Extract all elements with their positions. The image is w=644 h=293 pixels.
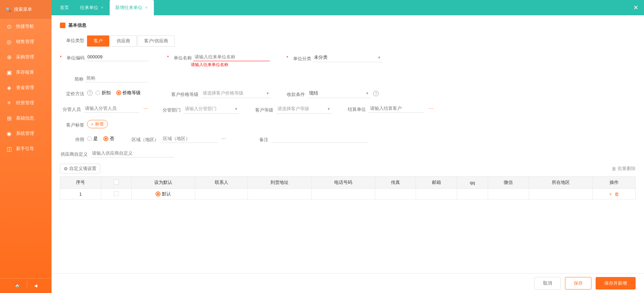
tab-home[interactable]: 首页 bbox=[54, 0, 74, 15]
unit-type-both-button[interactable]: 客户/供应商 bbox=[138, 35, 175, 47]
pricing-level-radio[interactable] bbox=[116, 90, 121, 95]
home-icon[interactable]: 🏠 bbox=[10, 281, 24, 290]
disable-group: 停用 是 否 bbox=[60, 135, 114, 143]
settlement-input[interactable] bbox=[369, 104, 424, 113]
manager-input[interactable] bbox=[84, 104, 139, 113]
page-content: 基本信息 单位类型 客户供应商客户/供应商 * 单位编码 * 单位名称 bbox=[52, 15, 644, 273]
batch-delete-button[interactable]: 🗑 批量删除 bbox=[612, 165, 636, 172]
sidebar-bottom: 🏠 ◀ bbox=[0, 278, 52, 293]
sidebar-item-label-finance: 资金管理 bbox=[16, 84, 34, 91]
manager-label: 分管人员 bbox=[60, 104, 81, 113]
window-close-button[interactable]: ✕ bbox=[630, 4, 641, 11]
row-region[interactable] bbox=[529, 189, 592, 200]
table-header-5: 电话号码 bbox=[311, 177, 375, 189]
customer-level-select[interactable]: 请选择客户等级 ▼ bbox=[276, 104, 332, 114]
sidebar-item-label-inventory: 库存核算 bbox=[16, 69, 34, 75]
customer-level-placeholder: 请选择客户等级 bbox=[277, 106, 325, 112]
price-level-select[interactable]: 请选择客户价格等级 ▼ bbox=[201, 89, 271, 98]
pricing-discount-radio[interactable] bbox=[95, 90, 100, 95]
tab-new-partner[interactable]: 新增往来单位× bbox=[110, 0, 154, 15]
disable-yes-option[interactable]: 是 bbox=[87, 136, 98, 142]
collapse-icon[interactable]: ◀ bbox=[30, 281, 41, 290]
row-email[interactable] bbox=[416, 189, 457, 200]
settlement-ellipsis-btn[interactable]: ··· bbox=[427, 105, 434, 112]
price-level-placeholder: 请选择客户价格等级 bbox=[203, 90, 265, 96]
table-header-11: 操作 bbox=[592, 177, 635, 189]
unit-type-customer-button[interactable]: 客户 bbox=[87, 35, 109, 47]
pricing-level-option[interactable]: 价格等级 bbox=[116, 90, 141, 96]
name-input[interactable] bbox=[193, 53, 270, 61]
sidebar-item-system[interactable]: ◉系统管理 bbox=[0, 126, 52, 141]
save-button[interactable]: 保存 bbox=[565, 277, 591, 290]
cancel-button[interactable]: 取消 bbox=[534, 277, 561, 290]
section-icon bbox=[60, 23, 65, 28]
pricing-label: 定价方法 bbox=[60, 89, 84, 97]
name-error-text: 请输入往来单位名称 bbox=[191, 62, 228, 67]
row-phone[interactable] bbox=[311, 189, 375, 200]
disable-yes-radio[interactable] bbox=[87, 136, 92, 141]
region-ellipsis-btn[interactable]: ··· bbox=[220, 136, 227, 142]
unit-type-label: 单位类型 bbox=[60, 35, 84, 44]
row-actions[interactable]: + 🗑 bbox=[592, 189, 635, 200]
code-input[interactable] bbox=[86, 53, 149, 61]
payment-select[interactable]: 现结 ▼ bbox=[308, 89, 370, 98]
table-header-9: 微信 bbox=[488, 177, 529, 189]
tab-close-partners[interactable]: × bbox=[100, 5, 104, 10]
add-row-icon[interactable]: + bbox=[609, 192, 612, 197]
note-input[interactable] bbox=[271, 135, 369, 143]
category-select[interactable]: 未分类 ▼ bbox=[313, 53, 382, 62]
short-name-input[interactable] bbox=[85, 74, 148, 82]
delete-row-icon[interactable]: 🗑 bbox=[614, 192, 619, 197]
save-new-button[interactable]: 保存并新增 bbox=[596, 277, 636, 290]
manager-ellipsis-btn[interactable]: ··· bbox=[142, 105, 149, 112]
tab-close-new-partner[interactable]: × bbox=[144, 5, 148, 10]
sidebar-item-finance[interactable]: ◈资金管理 bbox=[0, 80, 52, 95]
sidebar-item-inventory[interactable]: ▣库存核算 bbox=[0, 65, 52, 80]
region-input[interactable] bbox=[162, 135, 217, 143]
row-default[interactable]: 默认 bbox=[132, 189, 195, 200]
finance-icon: ◈ bbox=[6, 84, 13, 91]
row-fax[interactable] bbox=[375, 189, 416, 200]
tab-partners[interactable]: 往来单位× bbox=[74, 0, 110, 15]
sidebar-item-basic[interactable]: ⊞基础信息 bbox=[0, 111, 52, 126]
sidebar-item-purchase[interactable]: ⊕采购管理 bbox=[0, 49, 52, 65]
sidebar-item-label-purchase: 采购管理 bbox=[16, 54, 34, 60]
sidebar-search[interactable]: 🔍 搜索菜单 bbox=[0, 3, 52, 15]
table-header-6: 传真 bbox=[375, 177, 416, 189]
supplier-custom-input[interactable] bbox=[91, 149, 174, 157]
sidebar-item-operations[interactable]: ≡经营管理 bbox=[0, 95, 52, 111]
disable-no-radio[interactable] bbox=[103, 136, 108, 141]
dept-label: 分管部门 bbox=[163, 105, 181, 113]
dept-select[interactable]: 请输入分管部门 ▼ bbox=[183, 104, 239, 114]
code-label: 单位编码 bbox=[64, 53, 85, 61]
sidebar-item-quick-nav[interactable]: ⊙快捷导航 bbox=[0, 19, 52, 34]
disable-label: 停用 bbox=[60, 135, 84, 143]
row-qq[interactable] bbox=[457, 189, 488, 200]
supplier-custom-label: 供应商自定义 bbox=[60, 149, 88, 157]
row-address[interactable] bbox=[248, 189, 311, 200]
name-label: 单位名称 bbox=[171, 53, 192, 61]
disable-region-note-row: 停用 是 否 区域（地区） ··· bbox=[60, 135, 636, 143]
unit-type-supplier-button[interactable]: 供应商 bbox=[110, 35, 137, 47]
sidebar-item-sales[interactable]: ◎销售管理 bbox=[0, 34, 52, 49]
table-toolbar: ⚙ 自定义项设置 🗑 批量删除 bbox=[60, 164, 636, 173]
note-label: 备注 bbox=[244, 135, 268, 143]
row-wechat[interactable] bbox=[488, 189, 529, 200]
sidebar-item-guide[interactable]: ◫新手引导 bbox=[0, 141, 52, 156]
pricing-discount-option[interactable]: 折扣 bbox=[95, 90, 111, 96]
add-tag-button[interactable]: + 标签 bbox=[87, 120, 108, 128]
disable-no-option[interactable]: 否 bbox=[103, 136, 114, 142]
payment-label: 收款条件 bbox=[284, 89, 305, 98]
payment-arrow-icon: ▼ bbox=[366, 91, 369, 95]
row-checkbox[interactable] bbox=[101, 189, 132, 200]
row-contact[interactable] bbox=[195, 189, 248, 200]
purchase-icon: ⊕ bbox=[6, 54, 13, 60]
custom-settings-button[interactable]: ⚙ 自定义项设置 bbox=[60, 164, 100, 173]
select-all-checkbox[interactable] bbox=[114, 180, 119, 185]
payment-help-icon[interactable]: ? bbox=[373, 91, 379, 96]
tag-btn-label: 标签 bbox=[95, 121, 104, 127]
pricing-row: 定价方法 ? 折扣 价格等级 客户价格等级 请选择客户价格等级 bbox=[60, 89, 636, 98]
payment-value: 现结 bbox=[309, 90, 364, 96]
pricing-group: 定价方法 ? 折扣 价格等级 bbox=[60, 89, 157, 97]
pricing-help-icon[interactable]: ? bbox=[87, 90, 93, 96]
